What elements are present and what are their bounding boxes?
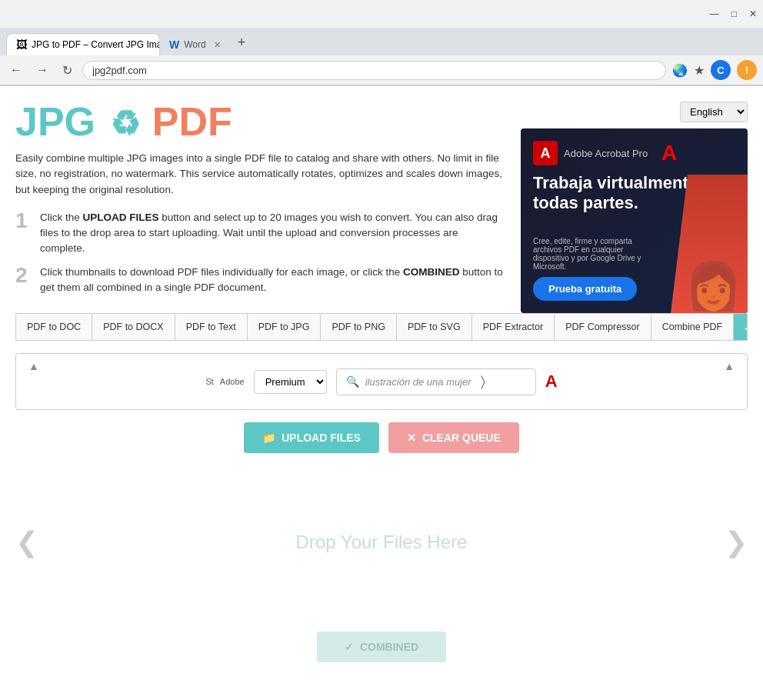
- step-1: 1 Click the UPLOAD FILES button and sele…: [15, 210, 505, 257]
- step-1-number: 1: [15, 210, 31, 232]
- clear-icon: ✕: [407, 432, 416, 444]
- search-icon: 🔍: [346, 375, 359, 388]
- tab-favicon-1: 🖼: [16, 38, 27, 51]
- upload-label: UPLOAD FILES: [282, 432, 361, 444]
- logo-to: ♻: [110, 105, 149, 142]
- profile-avatar[interactable]: C: [711, 60, 731, 80]
- logo-jpg: JPG: [15, 99, 95, 144]
- arrow-right-icon[interactable]: ❯: [725, 526, 748, 558]
- ad-logo-row: A Adobe Acrobat Pro A: [533, 141, 685, 165]
- combined-label: COMBINED: [360, 641, 418, 653]
- nav-tabs: PDF to DOC PDF to DOCX PDF to Text PDF t…: [15, 313, 748, 341]
- cursor-icon: 〉: [481, 374, 485, 390]
- nav-tab-pdf-extractor[interactable]: PDF Extractor: [472, 314, 555, 340]
- back-button[interactable]: ←: [6, 62, 26, 78]
- minimize-button[interactable]: —: [710, 8, 719, 19]
- tab-close-2[interactable]: ✕: [214, 40, 221, 50]
- upload-icon: 📁: [262, 432, 275, 444]
- tab-favicon-2: W: [169, 38, 179, 51]
- address-input[interactable]: [82, 61, 666, 80]
- adobe-logo-strip: A: [545, 372, 558, 392]
- tab-word[interactable]: W Word ✕: [160, 34, 230, 55]
- notification-icon[interactable]: !: [737, 60, 757, 80]
- nav-tab-jpg-to-pdf[interactable]: JPG to PDF: [734, 314, 748, 340]
- drop-zone-text: Drop Your Files Here: [296, 532, 468, 553]
- page-content: JPG ♻ PDF Easily combine multiple JPG im…: [0, 86, 763, 313]
- step-2: 2 Click thumbnails to download PDF files…: [15, 265, 505, 296]
- translate-icon[interactable]: 🌏: [672, 63, 688, 78]
- ad-cta-button[interactable]: Prueba gratuita: [533, 277, 637, 301]
- new-tab-button[interactable]: +: [230, 30, 254, 55]
- combined-check-icon: ✓: [345, 641, 354, 653]
- acrobat-icon: A: [533, 141, 558, 165]
- address-icons: 🌏 ★ C !: [672, 60, 757, 80]
- ad-banner-wrapper: English Español Français Deutsch A Adobe…: [521, 102, 748, 313]
- ad-strip: ▲ St Adobe Premium 🔍 ilustración de una …: [15, 353, 748, 410]
- description-text: Easily combine multiple JPG images into …: [15, 151, 505, 198]
- tab-jpg-to-pdf[interactable]: 🖼 JPG to PDF – Convert JPG Image... ✕: [6, 33, 160, 55]
- ad-strip-inner: St Adobe Premium 🔍 ilustración de una mu…: [45, 368, 718, 395]
- nav-tab-pdf-to-text[interactable]: PDF to Text: [175, 314, 248, 340]
- browser-chrome: — □ ✕ 🖼 JPG to PDF – Convert JPG Image..…: [0, 0, 763, 86]
- close-button[interactable]: ✕: [749, 8, 757, 19]
- address-bar: ← → ↻ 🌏 ★ C !: [0, 55, 763, 85]
- tab-label-2: Word: [184, 39, 205, 50]
- premium-select[interactable]: Premium: [254, 370, 327, 394]
- search-placeholder-text: ilustración de una mujer: [365, 376, 471, 388]
- ad-title: Adobe Acrobat Pro: [564, 148, 648, 159]
- title-bar: — □ ✕: [0, 0, 763, 28]
- nav-tab-pdf-to-docx[interactable]: PDF to DOCX: [92, 314, 175, 340]
- nav-tab-pdf-to-jpg[interactable]: PDF to JPG: [248, 314, 322, 340]
- nav-tab-combine-pdf[interactable]: Combine PDF: [651, 314, 735, 340]
- step-1-text: Click the UPLOAD FILES button and select…: [40, 210, 505, 257]
- bookmark-icon[interactable]: ★: [694, 63, 705, 78]
- action-buttons: 📁 UPLOAD FILES ✕ CLEAR QUEUE: [15, 422, 748, 453]
- clear-queue-button[interactable]: ✕ CLEAR QUEUE: [388, 422, 519, 453]
- drop-zone[interactable]: ❮ Drop Your Files Here ❯: [15, 465, 748, 619]
- combined-button[interactable]: ✓ COMBINED: [317, 632, 446, 662]
- step-2-text: Click thumbnails to download PDF files i…: [40, 265, 505, 296]
- ad-banner: A Adobe Acrobat Pro A Trabaja virtualmen…: [521, 128, 748, 313]
- nav-tab-pdf-to-doc[interactable]: PDF to DOC: [16, 314, 92, 340]
- ad-strip-close-icon[interactable]: ▲: [718, 360, 735, 372]
- language-select-wrapper: English Español Français Deutsch: [521, 102, 748, 122]
- adobe-logo: A: [654, 141, 685, 165]
- ad-sub: Cree, edite, firme y comparta archivos P…: [533, 237, 656, 271]
- tab-bar: 🖼 JPG to PDF – Convert JPG Image... ✕ W …: [0, 28, 763, 55]
- forward-button[interactable]: →: [32, 62, 52, 78]
- adobe-stock-label: St Adobe: [205, 377, 244, 386]
- nav-tab-pdf-to-svg[interactable]: PDF to SVG: [397, 314, 472, 340]
- language-select[interactable]: English Español Français Deutsch: [680, 102, 748, 122]
- adobe-si-label: St: [205, 377, 213, 386]
- arrow-left-icon[interactable]: ❮: [15, 526, 38, 558]
- nav-tab-pdf-compressor[interactable]: PDF Compressor: [555, 314, 651, 340]
- page-left: JPG ♻ PDF Easily combine multiple JPG im…: [15, 102, 505, 313]
- steps: 1 Click the UPLOAD FILES button and sele…: [15, 210, 505, 295]
- step-2-number: 2: [15, 265, 31, 286]
- combined-row: ✓ COMBINED: [15, 619, 748, 675]
- window-controls[interactable]: — □ ✕: [710, 8, 757, 19]
- logo-pdf: PDF: [152, 99, 232, 144]
- logo: JPG ♻ PDF: [15, 102, 505, 142]
- upload-files-button[interactable]: 📁 UPLOAD FILES: [244, 422, 379, 453]
- clear-label: CLEAR QUEUE: [422, 432, 501, 444]
- maximize-button[interactable]: □: [731, 8, 737, 19]
- tab-label-1: JPG to PDF – Convert JPG Image...: [32, 39, 160, 50]
- tool-area: ▲ St Adobe Premium 🔍 ilustración de una …: [0, 341, 763, 675]
- nav-tab-pdf-to-png[interactable]: PDF to PNG: [321, 314, 396, 340]
- ad-strip-open-icon[interactable]: ▲: [28, 360, 45, 372]
- adobe-stock-text: Adobe: [220, 377, 245, 386]
- ad-search-bar: 🔍 ilustración de una mujer 〉: [336, 368, 536, 395]
- refresh-button[interactable]: ↻: [58, 62, 76, 79]
